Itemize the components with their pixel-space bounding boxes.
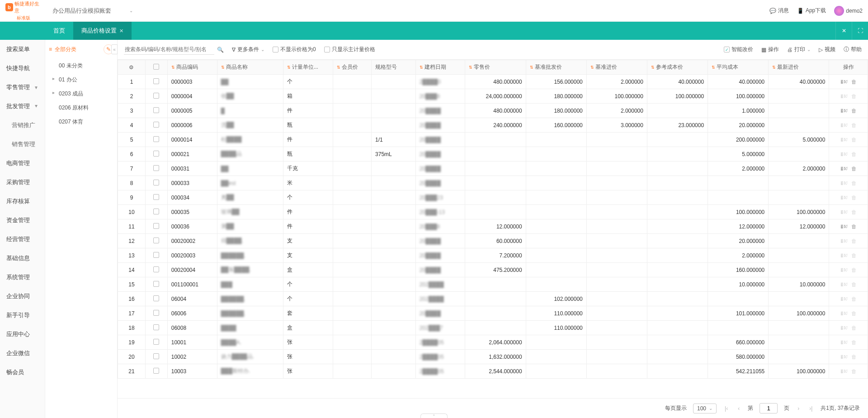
table-row[interactable]: 9000034奥██个20███23�ស🗑 bbox=[118, 190, 868, 205]
delete-icon[interactable]: 🗑 bbox=[851, 79, 857, 85]
row-checkbox[interactable] bbox=[153, 353, 159, 359]
row-checkbox[interactable] bbox=[153, 122, 159, 128]
delete-icon[interactable]: 🗑 bbox=[851, 122, 857, 128]
tab-home[interactable]: 首页 bbox=[45, 22, 73, 40]
sidebar-item[interactable]: 销售管理 bbox=[0, 135, 45, 154]
tree-node[interactable]: 0203 成品 bbox=[49, 87, 113, 101]
delete-icon[interactable]: 🗑 bbox=[851, 108, 857, 114]
row-checkbox[interactable] bbox=[153, 324, 159, 330]
table-row[interactable]: 1200020002得████.支20████60.00000020.00000… bbox=[118, 234, 868, 248]
table-row[interactable]: 40000006洗██瓶20████240.000000160.0000003.… bbox=[118, 118, 868, 133]
row-checkbox[interactable] bbox=[153, 194, 159, 200]
copy-icon[interactable]: �ស bbox=[840, 310, 849, 317]
sidebar-item[interactable]: 营销推广 bbox=[0, 116, 45, 135]
more-filters-button[interactable]: ∇更多条件⌄ bbox=[232, 46, 264, 53]
row-checkbox[interactable] bbox=[153, 180, 159, 185]
copy-icon[interactable]: �ស bbox=[840, 122, 849, 128]
row-checkbox[interactable] bbox=[153, 209, 159, 214]
delete-icon[interactable]: 🗑 bbox=[851, 368, 857, 375]
table-row[interactable]: 1910001████A.张2████052,064.000000660.000… bbox=[118, 335, 868, 350]
table-row[interactable]: 50000014杜████件1/120████200.0000005.00000… bbox=[118, 133, 868, 147]
help-button[interactable]: ⓘ帮助 bbox=[844, 46, 862, 53]
org-selector[interactable]: 办公用品行业模拟账套 ⌄ bbox=[52, 7, 133, 15]
copy-icon[interactable]: �ស bbox=[840, 93, 849, 100]
col-refcost[interactable]: ⇅参考成本价 bbox=[647, 60, 708, 75]
delete-icon[interactable]: 🗑 bbox=[851, 296, 857, 302]
table-row[interactable]: 15001100001███个202████10.00000010.000000… bbox=[118, 277, 868, 292]
copy-icon[interactable]: �ស bbox=[840, 79, 849, 85]
delete-icon[interactable]: 🗑 bbox=[851, 267, 857, 273]
table-row[interactable]: 8000033██est米20████�ស🗑 bbox=[118, 176, 868, 190]
row-checkbox[interactable] bbox=[153, 238, 159, 243]
collapse-tree-button[interactable]: « bbox=[111, 44, 118, 54]
col-unit[interactable]: ⇅计量单位... bbox=[283, 60, 333, 75]
col-latest[interactable]: ⇅最新进价 bbox=[769, 60, 829, 75]
row-checkbox[interactable] bbox=[153, 368, 159, 374]
row-checkbox[interactable] bbox=[153, 223, 159, 229]
sidebar-item[interactable]: 企业协同 bbox=[0, 287, 45, 306]
sidebar-item[interactable]: 搜索菜单 bbox=[0, 40, 45, 59]
col-wholesale[interactable]: ⇅基准批发价 bbox=[526, 60, 586, 75]
user-menu[interactable]: demo2 bbox=[834, 6, 863, 16]
row-checkbox[interactable] bbox=[153, 151, 159, 157]
col-member[interactable]: ⇅会员价 bbox=[333, 60, 371, 75]
table-row[interactable]: 30000005█件20████480.000000180.0000002.00… bbox=[118, 104, 868, 118]
copy-icon[interactable]: �ស bbox=[840, 238, 849, 244]
copy-icon[interactable]: �ស bbox=[840, 368, 849, 375]
row-checkbox[interactable] bbox=[153, 107, 159, 113]
table-row[interactable]: 2110003███斯特办.张2████052,544.000000542.21… bbox=[118, 364, 868, 379]
row-checkbox[interactable] bbox=[153, 78, 159, 84]
sidebar-item[interactable]: 企业微信 bbox=[0, 344, 45, 363]
fullscreen-button[interactable]: ⛶ bbox=[852, 22, 868, 40]
search-icon[interactable]: 🔍 bbox=[217, 47, 224, 53]
sidebar-item[interactable]: 电商管理 bbox=[0, 154, 45, 173]
col-idx[interactable]: ⚙ bbox=[118, 60, 146, 75]
copy-icon[interactable]: �ស bbox=[840, 137, 849, 143]
sidebar-item[interactable]: 基础信息 bbox=[0, 249, 45, 268]
row-checkbox[interactable] bbox=[153, 136, 159, 142]
per-page-select[interactable]: 100⌄ bbox=[693, 404, 717, 413]
col-purchase[interactable]: ⇅基准进价 bbox=[586, 60, 647, 75]
tree-node[interactable]: 00 未分类 bbox=[49, 59, 113, 73]
copy-icon[interactable]: �ស bbox=[840, 195, 849, 201]
tree-node[interactable]: 0206 原材料 bbox=[49, 101, 113, 115]
table-row[interactable]: 2010002扬力████品.张2████051,632.000000580.0… bbox=[118, 350, 868, 364]
tab-price-settings[interactable]: 商品价格设置✕ bbox=[73, 22, 132, 40]
col-name[interactable]: ⇅商品名称 bbox=[217, 60, 283, 75]
sidebar-item[interactable]: 采购管理 bbox=[0, 173, 45, 192]
prev-page-button[interactable]: ‹ bbox=[736, 405, 741, 412]
sidebar-item[interactable]: 系统管理 bbox=[0, 268, 45, 287]
row-checkbox[interactable] bbox=[153, 252, 159, 258]
delete-icon[interactable]: 🗑 bbox=[851, 151, 857, 157]
copy-icon[interactable]: �ស bbox=[840, 209, 849, 215]
table-row[interactable]: 6000021████品瓶375mL20████5.000000�ស🗑 bbox=[118, 147, 868, 162]
col-chk[interactable] bbox=[145, 60, 167, 75]
table-row[interactable]: 1606004██████.个202████102.000000�ស🗑 bbox=[118, 292, 868, 306]
row-checkbox[interactable] bbox=[153, 281, 159, 287]
delete-icon[interactable]: 🗑 bbox=[851, 354, 857, 360]
row-checkbox[interactable] bbox=[153, 165, 159, 171]
delete-icon[interactable]: 🗑 bbox=[851, 252, 857, 259]
col-action[interactable]: 操作 bbox=[829, 60, 868, 75]
col-code[interactable]: ⇅商品编码 bbox=[167, 60, 217, 75]
copy-icon[interactable]: �ស bbox=[840, 151, 849, 157]
copy-icon[interactable]: �ស bbox=[840, 296, 849, 302]
table-row[interactable]: 1806008████盒202███7110.000000�ស🗑 bbox=[118, 321, 868, 335]
sidebar-item[interactable]: 快捷导航 bbox=[0, 59, 45, 78]
copy-icon[interactable]: �ស bbox=[840, 281, 849, 288]
sidebar-item[interactable]: 库存核算 bbox=[0, 192, 45, 211]
table-row[interactable]: 10000003██个2████0480.000000156.0000002.0… bbox=[118, 75, 868, 89]
table-row[interactable]: 1300020003██████.支20████7.2000002.000000… bbox=[118, 248, 868, 263]
delete-icon[interactable]: 🗑 bbox=[851, 238, 857, 244]
search-input[interactable] bbox=[124, 44, 214, 55]
delete-icon[interactable]: 🗑 bbox=[851, 325, 857, 331]
main-unit-checkbox[interactable]: 只显示主计量价格 bbox=[324, 46, 375, 53]
delete-icon[interactable]: 🗑 bbox=[851, 310, 857, 317]
row-checkbox[interactable] bbox=[153, 93, 159, 99]
col-date[interactable]: ⇅建档日期 bbox=[415, 60, 465, 75]
next-page-button[interactable]: › bbox=[796, 405, 801, 412]
sidebar-item[interactable]: 应用中心 bbox=[0, 325, 45, 344]
sidebar-item[interactable]: 新手引导 bbox=[0, 306, 45, 325]
delete-icon[interactable]: 🗑 bbox=[851, 209, 857, 215]
copy-icon[interactable]: �ស bbox=[840, 267, 849, 273]
